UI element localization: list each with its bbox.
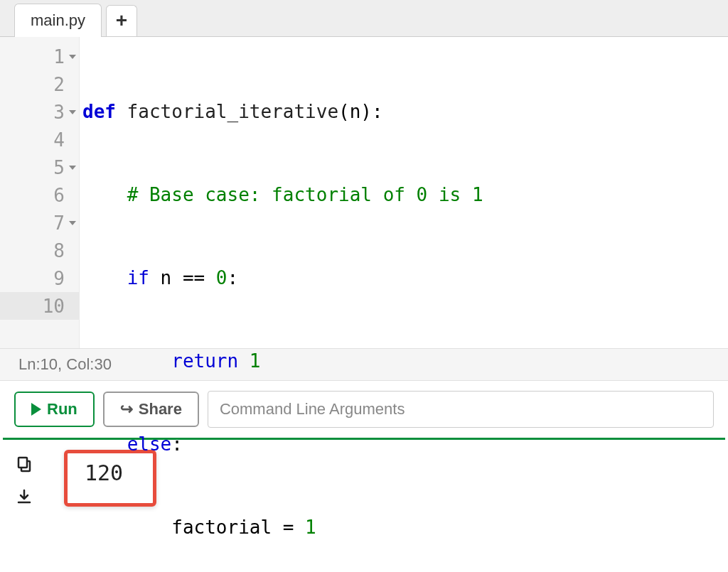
line-number: 7	[0, 209, 79, 237]
line-number: 5	[0, 153, 79, 181]
plus-icon: +	[116, 9, 127, 32]
tab-bar: main.py +	[0, 0, 728, 37]
play-icon	[31, 403, 41, 416]
line-number: 8	[0, 237, 79, 264]
run-button[interactable]: Run	[14, 392, 95, 427]
cursor-line-label: Ln:	[18, 355, 41, 374]
output-icons	[14, 450, 50, 507]
code-content[interactable]: def factorial_iterative(n): # Base case:…	[80, 37, 728, 348]
output-result: 120	[64, 450, 156, 507]
share-button[interactable]: ↪ Share	[103, 392, 199, 427]
cursor-line-value: 10	[41, 355, 58, 374]
svg-rect-1	[18, 458, 27, 468]
command-line-args-input[interactable]	[208, 391, 714, 428]
fold-arrow-icon[interactable]	[69, 221, 76, 225]
line-number: 9	[0, 264, 79, 292]
line-number: 2	[0, 70, 79, 98]
gutter: 1 2 3 4 5 6 7 8 9 10	[0, 37, 80, 348]
share-label: Share	[139, 400, 182, 419]
tab-main-py[interactable]: main.py	[14, 4, 102, 37]
fold-arrow-icon[interactable]	[69, 110, 76, 114]
copy-icon[interactable]	[14, 454, 34, 474]
add-tab-button[interactable]: +	[106, 5, 137, 36]
fold-arrow-icon[interactable]	[69, 55, 76, 59]
line-number: 10	[0, 292, 79, 320]
run-label: Run	[47, 400, 77, 419]
line-number: 3	[0, 98, 79, 126]
line-number: 1	[0, 43, 79, 70]
fold-arrow-icon[interactable]	[69, 166, 76, 170]
code-editor[interactable]: 1 2 3 4 5 6 7 8 9 10 def factorial_itera…	[0, 37, 728, 348]
line-number: 4	[0, 126, 79, 153]
download-icon[interactable]	[14, 487, 34, 507]
share-icon: ↪	[120, 400, 133, 419]
line-number: 6	[0, 181, 79, 209]
